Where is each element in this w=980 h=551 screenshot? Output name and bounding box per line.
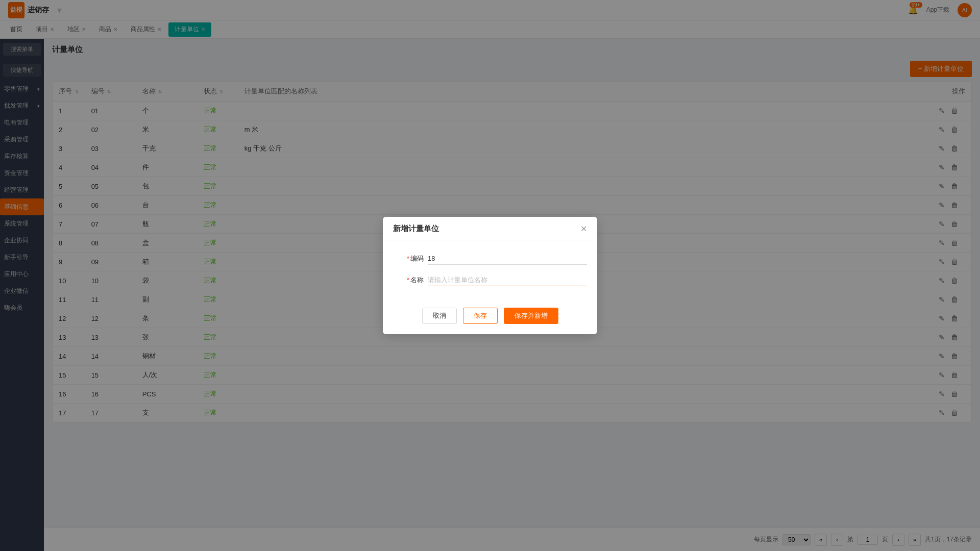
code-input[interactable] [428, 253, 587, 265]
name-input[interactable] [428, 274, 587, 286]
modal-close-button[interactable]: ✕ [580, 225, 587, 233]
form-row-name: *名称 [393, 274, 587, 286]
form-row-code: *编码 [393, 253, 587, 265]
modal-overlay[interactable]: 新增计量单位 ✕ *编码 *名称 取消 保存 保存并新增 [0, 0, 980, 551]
modal-header: 新增计量单位 ✕ [383, 217, 597, 240]
modal-body: *编码 *名称 [383, 240, 597, 304]
required-star: * [407, 276, 409, 284]
modal-footer: 取消 保存 保存并新增 [383, 304, 597, 334]
required-star: * [407, 255, 409, 262]
code-label: *编码 [393, 254, 424, 263]
save-button[interactable]: 保存 [463, 308, 498, 324]
name-label: *名称 [393, 276, 424, 285]
modal-title: 新增计量单位 [393, 224, 439, 234]
save-and-add-button[interactable]: 保存并新增 [504, 308, 558, 324]
cancel-button[interactable]: 取消 [422, 308, 457, 324]
add-unit-modal: 新增计量单位 ✕ *编码 *名称 取消 保存 保存并新增 [383, 217, 597, 334]
